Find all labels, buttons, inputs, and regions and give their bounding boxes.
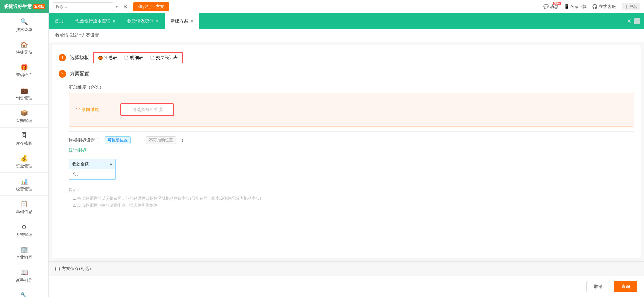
download-icon: 📱: [564, 4, 569, 9]
dim-select[interactable]: 请选择分组维度: [120, 103, 174, 116]
tab-collection[interactable]: 收款情况统计 ✕: [121, 13, 165, 29]
indicator-setting-label: 模板指标设定（: [69, 137, 99, 143]
indicator-table: 收款金额 ▾ 合计: [69, 159, 116, 180]
notification-area[interactable]: 💬 消息 99+: [543, 4, 559, 10]
radio-cross-input[interactable]: [150, 56, 154, 60]
footer-btn-bar: 取消 查询: [49, 276, 644, 297]
sidebar-item-inventory[interactable]: 🗄 库存核算: [0, 128, 48, 150]
draggable-badge: 可拖动位置: [105, 136, 131, 144]
step1-row: 1 选择模板 汇总表 明细表 交叉统计表: [59, 52, 634, 63]
sidebar-label-management: 经营管理: [16, 186, 32, 192]
step2-badge: 2: [59, 70, 66, 78]
home-icon: 🏠: [20, 41, 28, 48]
step1-badge: 1: [59, 54, 66, 61]
trial-button[interactable]: 体验行业方案: [133, 2, 169, 11]
clipboard-icon: 📋: [20, 200, 28, 208]
app-name: 畅捷通好生意: [4, 4, 32, 10]
support-label: 在线客服: [599, 4, 616, 9]
query-button[interactable]: 查询: [614, 281, 637, 292]
sidebar-label-guide: 新手引导: [16, 278, 32, 283]
sidebar-item-hardware[interactable]: 🔧 智能硬件: [0, 287, 48, 297]
save-checkbox[interactable]: [55, 267, 60, 271]
save-label: 方案保存(可选): [62, 266, 91, 272]
tabbar: 首页 现金银行流水查询 ✕ 收款情况统计 ✕ 新建方案 ✕ ✕ ⬜: [49, 13, 644, 29]
sidebar-item-guide[interactable]: 📖 新手引导: [0, 264, 48, 287]
indicator-table-header[interactable]: 收款金额 ▾: [69, 159, 115, 169]
sidebar-item-management[interactable]: 📊 经营管理: [0, 173, 48, 196]
sidebar-item-home[interactable]: 🏠 快捷导航: [0, 36, 48, 59]
search-area: ▾ ⚙ 体验行业方案: [49, 2, 543, 11]
radio-cross-label: 交叉统计表: [156, 55, 178, 61]
download-area[interactable]: 📱 App下载: [564, 4, 587, 10]
user-info[interactable]: 用户名: [622, 3, 640, 10]
radio-detail[interactable]: 明细表: [124, 55, 143, 61]
tip-1: 1. 拖动标题栏可以调整布局，不可跨维度或指标区域拖动栏目字段(只能在同一维度或…: [69, 195, 634, 202]
tab-cash-flow-close[interactable]: ✕: [112, 19, 115, 23]
maximize-icon[interactable]: ⬜: [634, 18, 641, 24]
save-option[interactable]: 方案保存(可选): [55, 266, 91, 272]
sidebar-item-search[interactable]: 🔍 搜索菜单: [0, 13, 48, 36]
hardware-icon: 🔧: [20, 292, 28, 297]
tab-home[interactable]: 首页: [49, 13, 69, 29]
sidebar-item-sales[interactable]: 💼 销售管理: [0, 82, 48, 105]
vertical-dim-label: * * 纵向维度: [76, 107, 99, 113]
sidebar-item-system[interactable]: ⚙ 系统管理: [0, 218, 48, 241]
radio-cross[interactable]: 交叉统计表: [150, 55, 178, 61]
radio-summary-input[interactable]: [98, 56, 103, 60]
search-input[interactable]: [53, 2, 113, 11]
briefcase-icon: 💼: [20, 87, 28, 94]
tab-new-plan[interactable]: 新建方案 ✕: [165, 13, 199, 29]
sidebar-item-marketing[interactable]: 🎁 营销推广: [0, 59, 48, 82]
sidebar-label-marketing: 营销推广: [16, 72, 32, 78]
page-header: 收款情况统计方案设置: [49, 29, 644, 42]
sidebar-label-basic: 基础信息: [16, 209, 32, 215]
indicator-table-cell: 合计: [69, 169, 115, 179]
step2-row: 2 方案配置: [59, 70, 634, 78]
sidebar-label-system: 系统管理: [16, 232, 32, 238]
sidebar: 🔍 搜索菜单 🏠 快捷导航 🎁 营销推广 💼 销售管理 📦 采购管理 🗄 库存核…: [0, 13, 49, 297]
cancel-button[interactable]: 取消: [586, 281, 610, 292]
search-icon: 🔍: [20, 18, 28, 26]
bottom-bar: 方案保存(可选): [49, 261, 644, 276]
page-content: 收款情况统计方案设置 1 选择模板 汇总表 明细表: [49, 29, 644, 297]
sidebar-item-basic[interactable]: 📋 基础信息: [0, 196, 48, 218]
content-area: 首页 现金银行流水查询 ✕ 收款情况统计 ✕ 新建方案 ✕ ✕ ⬜: [49, 13, 644, 297]
download-label: App下载: [570, 4, 587, 9]
money-icon: 💰: [20, 155, 28, 162]
sidebar-label-home: 快捷导航: [16, 50, 32, 55]
indicator-separator: [136, 137, 141, 143]
building-icon: 🏢: [20, 246, 28, 253]
arrow-icon: ——: [106, 107, 117, 113]
tab-new-plan-close[interactable]: ✕: [190, 19, 193, 23]
sidebar-label-finance: 资金管理: [16, 163, 32, 169]
tip-intro: 提示：: [69, 186, 634, 194]
indicator-table-header-text: 收款金额: [72, 161, 89, 167]
indicator-section: 模板指标设定（ 可拖动位置 不可拖动位置 ） 统计指标: [69, 136, 634, 180]
sidebar-item-finance[interactable]: 💰 资金管理: [0, 150, 48, 173]
page-title: 收款情况统计方案设置: [55, 33, 99, 38]
indicator-close-paren: ）: [181, 137, 186, 143]
chart-icon: 📊: [20, 178, 28, 185]
sidebar-label-sales: 销售管理: [16, 95, 32, 101]
sidebar-label-search: 搜索菜单: [16, 27, 32, 33]
gear-icon[interactable]: ⚙: [123, 3, 128, 10]
step1-label: 选择模板: [70, 55, 89, 61]
notification-count: 99+: [553, 2, 561, 5]
radio-summary[interactable]: 汇总表: [98, 55, 117, 61]
close-window-icon[interactable]: ✕: [627, 18, 631, 24]
dropdown-icon[interactable]: ▾: [116, 4, 118, 9]
tip-2: 2. 点击标题栏下拉可设置排序、插入列和删除列: [69, 202, 634, 209]
edition-badge: 标准版: [33, 4, 45, 9]
tab-collection-label: 收款情况统计: [127, 18, 154, 24]
sidebar-label-inventory: 库存核算: [16, 141, 32, 146]
sidebar-item-enterprise[interactable]: 🏢 企业协同: [0, 241, 48, 264]
radio-detail-input[interactable]: [124, 56, 128, 60]
tabbar-actions: ✕ ⬜: [627, 18, 644, 24]
step2-label: 方案配置: [70, 71, 89, 77]
tab-cash-flow[interactable]: 现金银行流水查询 ✕: [69, 13, 121, 29]
main-layout: 🔍 搜索菜单 🏠 快捷导航 🎁 营销推广 💼 销售管理 📦 采购管理 🗄 库存核…: [0, 13, 644, 297]
indicator-table-dropdown-icon[interactable]: ▾: [110, 162, 112, 167]
support-area[interactable]: 🎧 在线客服: [592, 4, 616, 10]
sidebar-item-purchase[interactable]: 📦 采购管理: [0, 105, 48, 128]
tab-collection-close[interactable]: ✕: [156, 19, 159, 23]
